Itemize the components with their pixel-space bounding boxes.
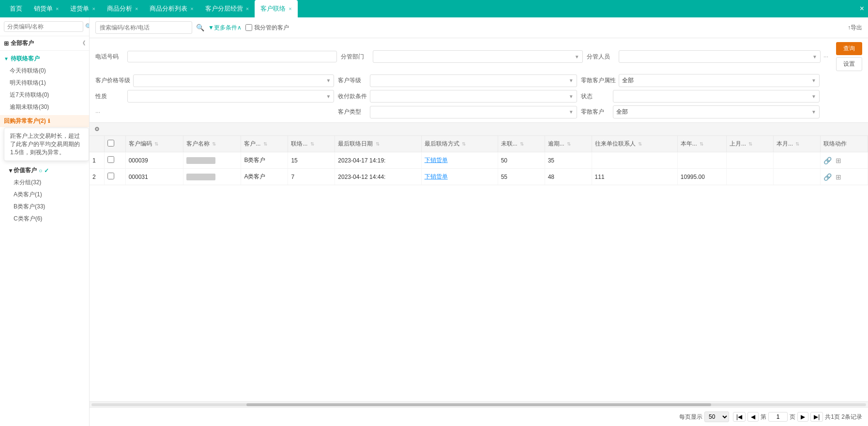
close-all-button[interactable]: × <box>860 4 864 13</box>
query-button[interactable]: 查询 <box>836 42 862 55</box>
payment-select[interactable]: ▼ <box>370 90 577 103</box>
nav-item-product-list[interactable]: 商品分析列表 × <box>144 0 199 17</box>
sidebar-item-a-class[interactable]: A类客户(1) <box>4 189 89 201</box>
collapse-icon[interactable]: 《 <box>80 40 85 47</box>
sidebar-item-ungroup[interactable]: 未分组(32) <box>4 176 89 189</box>
sort-icon[interactable]: ⇅ <box>263 141 267 147</box>
grid-icon[interactable]: ⊞ <box>836 173 841 181</box>
filter-row-2: 客户价格等级 ▼ 客户等级 ▼ 零散客户属性 全部 <box>95 74 862 87</box>
sidebar-item-c-class[interactable]: C类客户(6) <box>4 213 89 225</box>
nav-item-purchase[interactable]: 进货单 × <box>64 0 101 17</box>
contact-method-link[interactable]: 下销货单 <box>425 157 448 163</box>
per-page-select[interactable]: 50 100 200 <box>704 411 729 422</box>
cell-index: 1 <box>90 152 105 169</box>
prev-page-button[interactable]: ◀ <box>747 412 759 422</box>
tooltip-box: 距客户上次交易时长，超过了此客户的平均交易周期的1.5倍，则视为异常。 <box>4 128 89 161</box>
customer-level-select[interactable]: ▼ <box>370 74 577 87</box>
sort-icon[interactable]: ⇅ <box>795 141 799 147</box>
close-icon[interactable]: × <box>246 6 249 12</box>
cell-last-method: 下销货单 <box>421 169 498 185</box>
nature-select[interactable]: ▼ <box>127 90 334 103</box>
sidebar-item-tomorrow[interactable]: 明天待联络(1) <box>0 77 89 89</box>
col-overdue: 逾期... ⇅ <box>545 136 592 152</box>
search-icon[interactable]: 🔍 <box>85 23 90 30</box>
contact-method-link[interactable]: 下销货单 <box>425 173 448 180</box>
gear-icon[interactable]: ⚙ <box>94 126 100 132</box>
nav-item-product-analysis[interactable]: 商品分析 × <box>101 0 144 17</box>
row-checkbox[interactable] <box>107 156 114 163</box>
edit-icon[interactable]: ○ <box>39 167 42 174</box>
sort-icon[interactable]: ⇅ <box>700 141 703 147</box>
page-input[interactable] <box>768 412 788 422</box>
all-customers-item[interactable]: ⊞ 全部客户 《 <box>0 36 89 51</box>
sidebar-item-today[interactable]: 今天待联络(0) <box>0 65 89 77</box>
close-icon[interactable]: × <box>289 6 291 12</box>
category-search-input[interactable] <box>4 21 83 32</box>
info-icon: ℹ <box>48 118 50 124</box>
sort-icon[interactable]: ⇅ <box>462 141 466 147</box>
close-icon[interactable]: × <box>92 6 95 12</box>
col-contacts: 往来单位联系人 ⇅ <box>592 136 677 152</box>
sidebar-item-overdue[interactable]: 逾期未联络(30) <box>0 101 89 113</box>
cell-this-month <box>774 169 821 185</box>
sidebar-item-7days[interactable]: 近7天待联络(0) <box>0 89 89 101</box>
more-conditions-button[interactable]: ▼ 更多条件 ∧ <box>208 24 242 32</box>
sort-icon[interactable]: ⇅ <box>748 141 752 147</box>
grid-icon[interactable]: ⊞ <box>836 157 841 164</box>
sidebar-item-b-class[interactable]: B类客户(33) <box>4 201 89 213</box>
sort-icon[interactable]: ⇅ <box>520 141 524 147</box>
close-icon[interactable]: × <box>56 6 59 12</box>
status-select[interactable]: ▼ <box>613 90 820 103</box>
last-page-button[interactable]: ▶| <box>810 412 823 422</box>
nav-item-sales[interactable]: 销货单 × <box>28 0 64 17</box>
nav-item-customer-segment[interactable]: 客户分层经营 × <box>199 0 255 17</box>
scroll-thumb[interactable] <box>246 403 711 406</box>
settings-button[interactable]: 设置 <box>836 57 862 71</box>
sort-icon[interactable]: ⇅ <box>310 141 314 147</box>
sidebar-item-repurchase-abnormal[interactable]: 回购异常客户(2) ℹ <box>0 115 89 127</box>
filter-cell-extra: ··· <box>95 109 334 116</box>
my-customers-check[interactable] <box>245 24 252 31</box>
row-checkbox[interactable] <box>107 173 114 179</box>
dept-select[interactable]: ▼ <box>373 50 582 63</box>
cell-code: 000039 <box>125 152 183 169</box>
filter-cell-customer-level: 客户等级 ▼ <box>338 74 577 87</box>
price-level-select[interactable]: ▼ <box>133 74 334 87</box>
customer-type-select[interactable]: ▼ <box>370 106 577 118</box>
link-icon[interactable]: 🔗 <box>823 173 832 181</box>
phone-input[interactable] <box>127 51 337 62</box>
sort-icon[interactable]: ⇅ <box>212 141 216 147</box>
extra-dots[interactable]: ··· <box>95 109 100 116</box>
export-button[interactable]: ↑ 导出 <box>848 24 862 32</box>
close-icon[interactable]: × <box>135 6 138 12</box>
pending-contact-title[interactable]: ▼ 待联络客户 <box>0 53 89 65</box>
search-input[interactable] <box>95 21 192 34</box>
value-customers-title[interactable]: ▼ 价值客户 ○ ✓ <box>4 164 89 176</box>
next-page-button[interactable]: ▶ <box>797 412 808 422</box>
more-dots-icon[interactable]: ··· <box>823 53 828 60</box>
search-button[interactable]: 🔍 <box>196 24 204 31</box>
check-icon[interactable]: ✓ <box>44 167 49 174</box>
nav-item-home[interactable]: 首页 <box>4 0 28 17</box>
first-page-button[interactable]: |◀ <box>733 412 746 422</box>
chevron-down-icon: ▼ <box>326 94 331 99</box>
sort-icon[interactable]: ⇅ <box>638 141 642 147</box>
my-customers-checkbox[interactable]: 我分管的客户 <box>245 24 289 32</box>
data-table: 客户编码 ⇅ 客户名称 ⇅ 客户... ⇅ 联络... <box>90 136 868 185</box>
col-last-month: 上月... ⇅ <box>727 136 774 152</box>
close-icon[interactable]: × <box>190 6 193 12</box>
value-customers-group: ▼ 价值客户 ○ ✓ 未分组(32) A类客户(1) B类客户(33) C类客户… <box>0 163 89 226</box>
manager-select[interactable]: ▼ <box>619 50 821 63</box>
link-icon[interactable]: 🔗 <box>823 157 832 164</box>
sort-icon[interactable]: ⇅ <box>567 141 571 147</box>
total-info: 共1页 2条记录 <box>825 413 862 421</box>
sort-icon[interactable]: ⇅ <box>154 141 158 147</box>
filter-cell-customer-type: 客户类型 ▼ <box>338 106 577 118</box>
select-all-checkbox[interactable] <box>107 140 114 147</box>
cell-code: 000031 <box>125 169 183 185</box>
retail-customer-select[interactable]: 全部 ▼ <box>613 105 820 118</box>
sort-icon[interactable]: ⇅ <box>376 141 380 147</box>
retail-attr-select[interactable]: 全部 ▼ <box>619 74 820 87</box>
nav-item-customer-contact[interactable]: 客户联络 × <box>255 0 297 17</box>
horizontal-scrollbar[interactable] <box>90 401 868 407</box>
